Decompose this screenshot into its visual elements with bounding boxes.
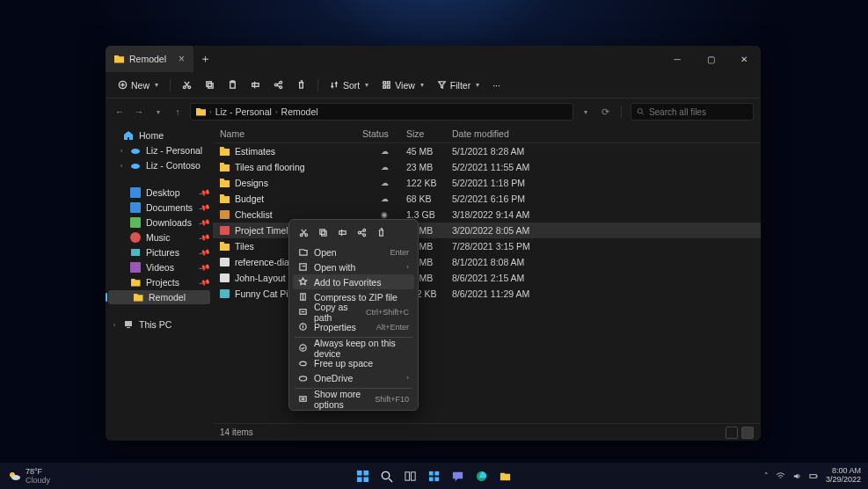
new-tab-button[interactable]: ＋ [193,51,216,67]
svg-point-16 [131,149,140,154]
battery-icon[interactable] [809,471,819,481]
details-view-button[interactable] [726,427,738,439]
address-bar[interactable]: › Liz - Personal › Remodel [190,103,573,120]
svg-point-17 [131,164,140,169]
maximize-button[interactable]: ▢ [694,46,727,72]
navbar: ← → ▾ ↑ › Liz - Personal › Remodel ▾ ⟳ [106,99,761,125]
sidebar-item-documents[interactable]: Documents📌 [106,201,213,215]
wifi-icon[interactable] [776,471,785,481]
ctx-add-to-favorites[interactable]: Add to Favorites [293,274,414,289]
start-button[interactable] [354,466,373,485]
svg-point-43 [382,471,389,478]
file-row[interactable]: Budget☁68 KB5/2/2021 6:16 PM [213,191,761,207]
edge-button[interactable] [472,466,492,485]
widgets-button[interactable] [425,466,444,485]
weather-temp: 78°F [26,467,50,476]
volume-icon[interactable] [792,471,802,481]
more-button[interactable]: ··· [487,77,506,93]
svg-rect-44 [405,471,410,479]
folder-icon [196,108,206,116]
svg-rect-40 [363,470,368,475]
toolbar: New▾ Sort▾ View▾ Filter▾ ··· [106,72,761,99]
sidebar-item-videos[interactable]: Videos📌 [106,260,213,274]
svg-rect-29 [300,264,306,270]
crumb-segment[interactable]: Liz - Personal [215,106,272,117]
ctx-properties[interactable]: PropertiesAlt+Enter [293,319,414,334]
sidebar-item-home[interactable]: Home [106,128,213,142]
svg-rect-41 [357,477,362,482]
ctx-show-more-options[interactable]: Show more optionsShift+F10 [293,391,414,406]
crumb-segment[interactable]: Remodel [281,106,318,117]
minimize-button[interactable]: ─ [660,46,694,72]
ctx-open-with[interactable]: Open with› [293,259,414,274]
ctx-copy-as-path[interactable]: Copy as pathCtrl+Shift+C [293,304,414,319]
weather-widget[interactable]: 78°F Cloudy [7,467,50,485]
svg-point-34 [300,361,306,366]
back-button[interactable]: ← [113,106,127,117]
sidebar-item-liz---personal[interactable]: ›Liz - Personal [106,143,213,157]
svg-rect-23 [320,230,325,235]
history-chevron[interactable]: ▾ [579,108,593,116]
ctx-open[interactable]: OpenEnter [293,244,414,259]
tab-close-button[interactable]: × [179,53,185,65]
sidebar-item-projects[interactable]: Projects📌 [106,275,213,289]
sidebar-item-downloads[interactable]: Downloads📌 [106,215,213,230]
share-button[interactable] [268,77,288,92]
file-row[interactable]: Estimates☁45 MB5/1/2021 8:28 AM [213,143,761,159]
sidebar-item-remodel[interactable]: Remodel [108,290,210,304]
sort-button[interactable]: Sort▾ [325,77,374,93]
up-button[interactable]: ↑ [171,106,185,117]
svg-rect-45 [411,471,415,479]
search-button[interactable] [377,466,397,485]
rename-button[interactable] [245,77,266,92]
column-date[interactable]: Date modified [452,128,558,139]
tab-remodel[interactable]: Remodel × [106,46,193,72]
ctx-delete-button[interactable] [374,225,389,240]
sidebar-item-music[interactable]: Music📌 [106,230,213,244]
ctx-always-keep-on-this-device[interactable]: Always keep on this device [293,340,414,355]
svg-rect-18 [131,249,140,256]
new-button[interactable]: New▾ [113,77,164,93]
task-view-button[interactable] [401,466,420,485]
svg-rect-20 [127,327,130,328]
system-tray[interactable]: ˄ 8:00 AM 3/29/2022 [764,467,861,485]
sidebar-item-this-pc[interactable]: ›This PC [106,317,213,332]
ctx-share-button[interactable] [354,225,369,240]
view-button[interactable]: View▾ [376,77,429,93]
explorer-button[interactable] [496,466,515,485]
ctx-copy-button[interactable] [316,225,331,240]
ctx-rename-button[interactable] [335,225,350,240]
filter-button[interactable]: Filter▾ [432,77,485,93]
svg-rect-36 [300,397,306,402]
svg-rect-7 [252,84,259,87]
clock[interactable]: 8:00 AM 3/29/2022 [826,467,861,485]
file-explorer-window: Remodel × ＋ ─ ▢ ✕ New▾ Sort▾ View▾ Filte… [106,46,761,441]
svg-rect-4 [208,84,214,89]
tab-title: Remodel [129,54,166,64]
ctx-cut-button[interactable] [296,225,311,240]
file-row[interactable]: Designs☁122 KB5/2/2021 1:18 PM [213,175,761,191]
column-headers[interactable]: Name Status Size Date modified [213,125,761,143]
search-box[interactable] [631,103,754,120]
column-name[interactable]: Name [213,128,362,139]
sidebar-item-liz---contoso[interactable]: ›Liz - Contoso [106,158,213,172]
file-row[interactable]: Tiles and flooring☁23 MB5/2/2021 11:55 A… [213,159,761,175]
refresh-button[interactable]: ⟳ [598,106,612,117]
sidebar-item-pictures[interactable]: Pictures📌 [106,245,213,259]
search-input[interactable] [649,107,748,117]
delete-button[interactable] [291,77,311,92]
forward-button[interactable]: → [132,106,146,117]
chat-button[interactable] [449,466,468,485]
column-size[interactable]: Size [406,128,452,139]
folder-icon [114,55,124,63]
recent-chevron[interactable]: ▾ [151,108,165,116]
sidebar-item-desktop[interactable]: Desktop📌 [106,186,213,200]
copy-button[interactable] [200,77,220,92]
close-button[interactable]: ✕ [727,46,761,72]
cut-button[interactable] [177,77,197,92]
ctx-onedrive[interactable]: OneDrive› [293,370,414,385]
paste-button[interactable] [222,77,243,92]
icons-view-button[interactable] [741,427,754,439]
column-status[interactable]: Status [362,128,406,139]
tray-chevron-icon[interactable]: ˄ [764,471,769,480]
